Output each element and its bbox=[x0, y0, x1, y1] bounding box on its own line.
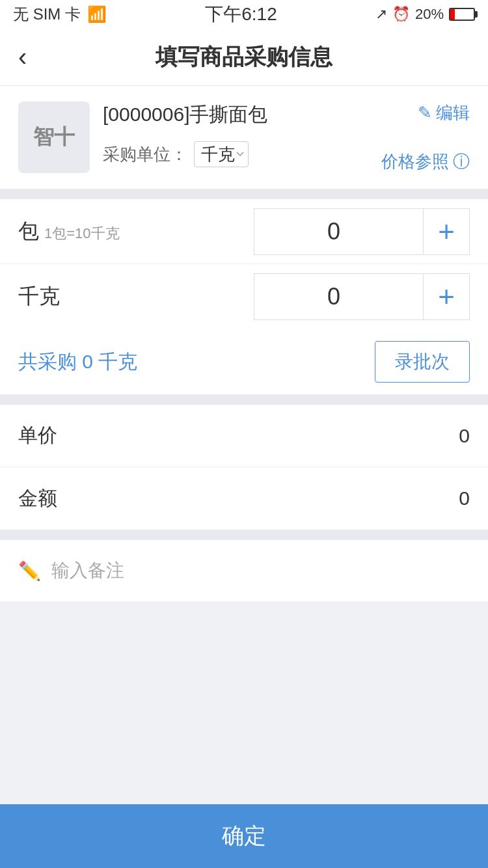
separator-2 bbox=[0, 394, 488, 405]
kg-input[interactable] bbox=[254, 273, 423, 320]
total-prefix: 共采购 bbox=[18, 351, 77, 372]
product-image: 智十 bbox=[18, 102, 90, 173]
info-section: 单价 0 金额 0 bbox=[0, 405, 488, 530]
nav-bar: ‹ 填写商品采购信息 bbox=[0, 29, 488, 86]
confirm-bar[interactable]: 确定 bbox=[0, 804, 488, 868]
kg-label-main: 千克 bbox=[18, 282, 60, 311]
kg-label: 千克 bbox=[18, 282, 254, 311]
unit-price-label: 单价 bbox=[18, 422, 459, 449]
bao-plus-button[interactable]: + bbox=[423, 208, 470, 255]
unit-price-value: 0 bbox=[459, 425, 470, 447]
remark-placeholder: 输入备注 bbox=[51, 558, 124, 583]
amount-value: 0 bbox=[459, 487, 470, 509]
bao-input-row: 包 1包=10千克 + bbox=[0, 199, 488, 264]
status-left: 无 SIM 卡 📶 bbox=[13, 4, 107, 25]
product-logo: 智十 bbox=[33, 123, 75, 152]
batch-button[interactable]: 录批次 bbox=[375, 341, 470, 383]
product-card: 智十 [0000006]手撕面包 采购单位： 千克 包 ✎ 编辑 价格参照 ⓘ bbox=[0, 86, 488, 189]
bao-label-main: 包 bbox=[18, 217, 39, 246]
empty-space bbox=[0, 601, 488, 804]
separator-1 bbox=[0, 189, 488, 199]
purchase-unit-label: 采购单位： bbox=[103, 143, 187, 166]
total-amount: 0 bbox=[82, 351, 98, 372]
total-unit: 千克 bbox=[98, 351, 137, 372]
status-bar: 无 SIM 卡 📶 下午6:12 ↗ ⏰ 20% bbox=[0, 0, 488, 29]
no-sim-label: 无 SIM 卡 bbox=[13, 4, 81, 25]
battery-icon bbox=[449, 8, 475, 21]
status-time: 下午6:12 bbox=[205, 2, 277, 27]
alarm-icon: ⏰ bbox=[392, 6, 410, 23]
total-row: 共采购 0 千克 录批次 bbox=[0, 329, 488, 394]
product-name: [0000006]手撕面包 bbox=[103, 102, 470, 128]
price-ref-label: 价格参照 bbox=[381, 150, 449, 173]
edit-icon: ✎ bbox=[418, 103, 432, 123]
pencil-icon: ✏️ bbox=[18, 560, 41, 582]
amount-label: 金额 bbox=[18, 485, 459, 512]
total-text: 共采购 0 千克 bbox=[18, 349, 137, 375]
location-icon: ↗ bbox=[375, 6, 387, 23]
edit-label: 编辑 bbox=[436, 102, 470, 124]
kg-input-row: 千克 + bbox=[0, 264, 488, 329]
bao-label: 包 1包=10千克 bbox=[18, 217, 254, 246]
bao-input-right: + bbox=[254, 208, 470, 255]
kg-input-right: + bbox=[254, 273, 470, 320]
unit-price-row: 单价 0 bbox=[0, 405, 488, 467]
confirm-button[interactable]: 确定 bbox=[222, 821, 266, 851]
back-button[interactable]: ‹ bbox=[18, 42, 27, 72]
bao-input[interactable] bbox=[254, 208, 423, 255]
price-ref-button[interactable]: 价格参照 ⓘ bbox=[381, 150, 470, 173]
input-section: 包 1包=10千克 + 千克 + bbox=[0, 199, 488, 329]
page-title: 填写商品采购信息 bbox=[156, 42, 332, 72]
battery-percent: 20% bbox=[415, 6, 444, 23]
bao-label-sub: 1包=10千克 bbox=[44, 224, 120, 243]
edit-button[interactable]: ✎ 编辑 bbox=[418, 102, 470, 124]
separator-3 bbox=[0, 530, 488, 540]
status-right: ↗ ⏰ 20% bbox=[375, 6, 475, 23]
amount-row: 金额 0 bbox=[0, 467, 488, 530]
kg-plus-button[interactable]: + bbox=[423, 273, 470, 320]
wifi-icon: 📶 bbox=[87, 5, 107, 23]
unit-select[interactable]: 千克 包 bbox=[194, 141, 249, 167]
remark-section[interactable]: ✏️ 输入备注 bbox=[0, 540, 488, 601]
price-ref-icon: ⓘ bbox=[453, 150, 470, 173]
